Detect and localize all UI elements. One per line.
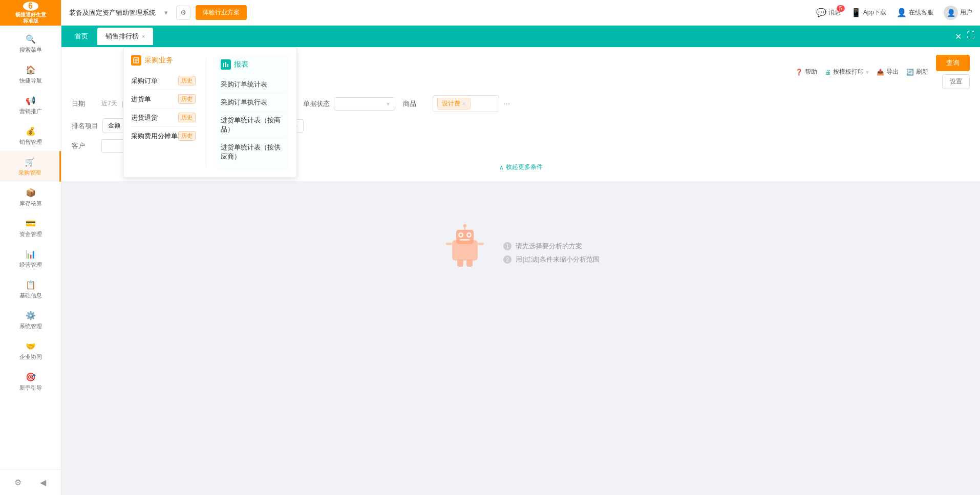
svg-point-12: [468, 234, 471, 236]
avatar: 👤: [944, 6, 958, 20]
tab-home[interactable]: 首页: [67, 28, 96, 45]
basic-icon: 📋: [25, 279, 36, 290]
goods-field: 商品 设计费 × ···: [403, 95, 510, 112]
settings-btn[interactable]: 设置: [942, 74, 970, 89]
sidebar-nav: 🔍 搜索菜单 🏠 快捷导航 📢 营销推广 💰 销售管理 🛒 采购管理 📦 库存核…: [0, 26, 61, 469]
empty-hint-1: 1 请先选择要分析的方案: [503, 242, 599, 251]
export-icon: 📤: [877, 69, 884, 76]
svg-rect-6: [227, 64, 228, 67]
sidebar-item-search[interactable]: 🔍 搜索菜单: [0, 28, 61, 59]
menu-item-inbound[interactable]: 进货单 历史: [131, 90, 196, 109]
system-icon: ⚙️: [25, 310, 36, 321]
sidebar-item-purchase[interactable]: 🛒 采购管理: [0, 151, 61, 182]
header-settings-btn[interactable]: ⚙: [176, 6, 190, 20]
export-btn[interactable]: 📤 导出: [877, 68, 899, 76]
sidebar-item-guide[interactable]: 🎯 新手引导: [0, 366, 61, 397]
refresh-btn[interactable]: 🔄 刷新: [906, 68, 928, 76]
sidebar-item-enterprise[interactable]: 🤝 企业协同: [0, 335, 61, 366]
header-left: 装备及固定资产辅助管理系统 ▾ ⚙ 体验行业方案: [69, 5, 247, 20]
menu-item-inbound-return[interactable]: 进货退货 历史: [131, 109, 196, 127]
sidebar-item-inventory[interactable]: 📦 库存核算: [0, 182, 61, 212]
user-btn[interactable]: 👤 用户: [944, 6, 972, 20]
purchase-section-icon: [131, 55, 141, 66]
refresh-icon: 🔄: [906, 69, 914, 76]
sidebar-settings-btn[interactable]: ⚙: [10, 475, 26, 490]
online-service-btn[interactable]: 👤 在线客服: [897, 8, 933, 17]
svg-rect-13: [460, 239, 470, 241]
svg-rect-17: [478, 243, 484, 245]
status-select[interactable]: ▾: [334, 97, 395, 111]
chevron-up-icon: ∧: [499, 164, 504, 171]
empty-hints: 1 请先选择要分析的方案 2 用[过滤]条件来缩小分析范围: [503, 242, 599, 264]
purchase-dropdown-menu: 采购业务 采购订单 历史 进货单 历史 进货退货 历史 采购费用分摊单 历史: [123, 47, 297, 178]
svg-point-11: [460, 234, 462, 236]
app-logo: 6 畅捷通好生意 标准版: [0, 0, 61, 26]
report-section-icon: [221, 59, 231, 70]
menu-item-purchase-expense[interactable]: 采购费用分摊单 历史: [131, 127, 196, 145]
service-icon: 👤: [897, 8, 907, 17]
help-btn[interactable]: ❓ 帮助: [795, 68, 817, 76]
svg-rect-5: [225, 62, 226, 67]
menu-item-purchase-order-exec[interactable]: 采购订单执行表: [221, 94, 285, 112]
sidebar-item-quick-nav[interactable]: 🏠 快捷导航: [0, 59, 61, 90]
empty-state: 1 请先选择要分析的方案 2 用[过滤]条件来缩小分析范围: [61, 181, 980, 325]
purchase-icon: 🛒: [24, 156, 35, 167]
header-right: 💬 消息 5 📱 App下载 👤 在线客服 👤 用户: [816, 6, 972, 20]
history-badge-2: 历史: [178, 113, 196, 122]
print-icon: 🖨: [825, 69, 831, 76]
industry-btn[interactable]: 体验行业方案: [196, 5, 247, 20]
app-download-btn[interactable]: 📱 App下载: [851, 8, 886, 17]
sales-icon: 💰: [25, 125, 36, 137]
menu-item-inbound-stats-supplier[interactable]: 进货单统计表（按供应商）: [221, 139, 285, 165]
sidebar-item-sales[interactable]: 💰 销售管理: [0, 120, 61, 151]
sidebar-item-finance[interactable]: 💳 资金管理: [0, 212, 61, 243]
sidebar-item-marketing[interactable]: 📢 营销推广: [0, 90, 61, 120]
sidebar-collapse-btn[interactable]: ◀: [35, 475, 51, 490]
svg-rect-4: [223, 63, 224, 67]
menu-item-purchase-order-stats[interactable]: 采购订单统计表: [221, 76, 285, 94]
goods-tag: 设计费 ×: [437, 98, 471, 110]
message-badge: 5: [837, 5, 845, 12]
search-icon: 🔍: [25, 33, 36, 45]
history-badge-1: 历史: [178, 94, 196, 104]
sidebar-item-system[interactable]: ⚙️ 系统管理: [0, 305, 61, 335]
print-btn[interactable]: 🖨 按模板打印 ▾: [825, 68, 869, 76]
tab-bar-close-btn[interactable]: ✕: [954, 31, 963, 42]
tab-expand-btn[interactable]: ⛶: [967, 31, 975, 42]
system-dropdown-btn[interactable]: ▾: [161, 8, 171, 18]
message-btn[interactable]: 💬 消息 5: [816, 8, 841, 17]
top-header: 装备及固定资产辅助管理系统 ▾ ⚙ 体验行业方案 💬 消息 5 📱 App下载 …: [61, 0, 980, 26]
enterprise-icon: 🤝: [25, 340, 36, 352]
goods-input[interactable]: 设计费 ×: [433, 95, 499, 112]
download-icon: 📱: [851, 8, 861, 17]
tab-sales-ranking[interactable]: 销售排行榜 ×: [97, 28, 153, 45]
logo-text: 畅捷通好生意 标准版: [15, 12, 46, 24]
sidebar-item-operations[interactable]: 📊 经营管理: [0, 243, 61, 274]
system-title: 装备及固定资产辅助管理系统: [69, 8, 156, 17]
home-icon: 🏠: [25, 64, 36, 75]
empty-hint-2: 2 用[过滤]条件来缩小分析范围: [503, 255, 599, 264]
operations-icon: 📊: [25, 248, 36, 260]
report-section: 报表 采购订单统计表 采购订单执行表 进货单统计表（按商品） 进货单统计表（按供…: [217, 55, 289, 169]
purchase-business-section: 采购业务 采购订单 历史 进货单 历史 进货退货 历史 采购费用分摊单 历史: [131, 55, 196, 169]
svg-rect-8: [456, 230, 474, 244]
goods-tag-close[interactable]: ×: [462, 100, 466, 107]
tab-close-btn[interactable]: ×: [142, 33, 145, 39]
finance-icon: 💳: [25, 218, 36, 229]
sidebar-footer: ⚙ ◀: [0, 469, 61, 495]
menu-item-purchase-order[interactable]: 采购订单 历史: [131, 72, 196, 90]
content-area: 采购业务 采购订单 历史 进货单 历史 进货退货 历史 采购费用分摊单 历史: [61, 47, 980, 495]
message-icon: 💬: [816, 8, 826, 17]
svg-rect-18: [457, 260, 463, 267]
status-field: 单据状态 ▾: [303, 97, 395, 111]
main-content: 装备及固定资产辅助管理系统 ▾ ⚙ 体验行业方案 💬 消息 5 📱 App下载 …: [61, 0, 980, 495]
svg-rect-19: [466, 260, 473, 267]
query-btn[interactable]: 查询: [936, 55, 970, 71]
sidebar-item-basic[interactable]: 📋 基础信息: [0, 274, 61, 305]
svg-rect-16: [446, 243, 452, 245]
goods-more-btn[interactable]: ···: [503, 99, 510, 109]
tab-bar: 首页 销售排行榜 × ✕ ⛶: [61, 26, 980, 47]
report-section-title: 报表: [221, 59, 285, 70]
guide-icon: 🎯: [25, 371, 36, 382]
menu-item-inbound-stats-goods[interactable]: 进货单统计表（按商品）: [221, 112, 285, 139]
